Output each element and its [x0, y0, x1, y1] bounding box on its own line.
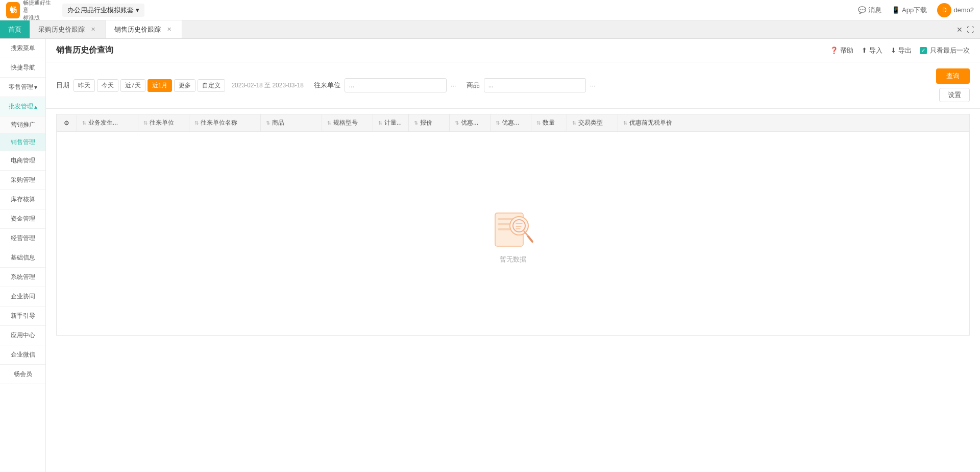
- close-all-icon[interactable]: ✕: [957, 26, 963, 34]
- sidebar-item-wholesale[interactable]: 批发管理 ▴: [0, 97, 45, 116]
- product-filter-label: 商品: [467, 81, 480, 90]
- user-menu-button[interactable]: D demo2: [937, 3, 974, 17]
- last-only-checkbox-area[interactable]: ✓ 只看最后一次: [920, 46, 970, 55]
- sidebar-item-retail[interactable]: 零售管理 ▾: [0, 78, 45, 97]
- sidebar-sub-wholesale: 营销推广 销售管理: [0, 116, 45, 151]
- close-tab1-icon[interactable]: ✕: [89, 25, 97, 34]
- sidebar-item-purchase[interactable]: 采购管理: [0, 171, 45, 190]
- svg-rect-3: [498, 228, 510, 230]
- page-title-bar: 销售历史价查询 ❓ 帮助 ⬆ 导入 ⬇ 导出 ✓ 只看最后一次: [46, 39, 980, 62]
- sidebar-item-marketing[interactable]: 营销推广: [0, 116, 45, 134]
- close-tab2-icon[interactable]: ✕: [165, 25, 174, 34]
- th-discount2-label: 优惠...: [502, 119, 519, 127]
- th-unit[interactable]: ⇅ 计量...: [373, 114, 409, 131]
- sidebar-item-enterprise[interactable]: 企业协同: [0, 287, 45, 306]
- date-buttons: 昨天 今天 近7天 近1月 更多 自定义: [74, 79, 225, 92]
- tab-sales-history[interactable]: 销售历史价跟踪 ✕: [106, 20, 182, 38]
- th-discount1-label: 优惠...: [461, 119, 478, 127]
- product-input[interactable]: [484, 78, 586, 92]
- sidebar-wechat-label: 企业微信: [11, 351, 35, 358]
- main-layout: 搜索菜单 快捷导航 零售管理 ▾ 批发管理 ▴ 营销推广 销售管理 电商管理 采…: [0, 39, 980, 472]
- th-settings[interactable]: ⚙: [57, 115, 77, 131]
- sidebar-item-inventory[interactable]: 库存核算: [0, 190, 45, 209]
- date-more[interactable]: 更多: [174, 79, 195, 92]
- avatar: D: [937, 3, 951, 17]
- query-button[interactable]: 查询: [936, 68, 970, 84]
- date-1month[interactable]: 近1月: [148, 79, 173, 92]
- app-selector[interactable]: 办公用品行业模拟账套 ▾: [62, 4, 144, 17]
- export-button[interactable]: ⬇ 导出: [891, 46, 912, 55]
- filter-action-buttons: 查询 设置: [936, 68, 970, 102]
- date-yesterday[interactable]: 昨天: [74, 79, 95, 92]
- sidebar-guide-label: 新手引导: [11, 312, 35, 319]
- sidebar-apps-label: 应用中心: [11, 332, 35, 339]
- th-spec[interactable]: ⇅ 规格型号: [322, 114, 373, 131]
- sidebar-item-ecommerce[interactable]: 电商管理: [0, 151, 45, 171]
- sidebar-basic-label: 基础信息: [11, 254, 35, 261]
- sidebar-item-basic[interactable]: 基础信息: [0, 248, 45, 268]
- sidebar-system-label: 系统管理: [11, 273, 35, 280]
- th-product[interactable]: ⇅ 商品: [261, 114, 322, 131]
- th-trade[interactable]: ⇅ 交易类型: [567, 114, 618, 131]
- sidebar-item-sales-mgmt[interactable]: 销售管理: [0, 134, 45, 151]
- th-qty[interactable]: ⇅ 数量: [531, 114, 567, 131]
- sidebar-item-wechat[interactable]: 企业微信: [0, 345, 45, 365]
- th-trade-label: 交易类型: [578, 119, 603, 127]
- th-tax-price[interactable]: ⇅ 优惠前无税单价: [618, 114, 969, 131]
- th-tax-price-label: 优惠前无税单价: [629, 119, 672, 127]
- th-date[interactable]: ⇅ 业务发生...: [77, 114, 138, 131]
- svg-line-7: [528, 237, 532, 242]
- unit-dots: ···: [451, 82, 456, 89]
- sidebar-item-search[interactable]: 搜索菜单: [0, 39, 45, 58]
- table-body: 暂无数据: [56, 131, 970, 336]
- checkbox-icon: ✓: [920, 47, 927, 54]
- sidebar-item-operations[interactable]: 经营管理: [0, 229, 45, 248]
- date-today[interactable]: 今天: [97, 79, 118, 92]
- sidebar-item-finance[interactable]: 资金管理: [0, 209, 45, 229]
- app-download-button[interactable]: 📱 App下载: [892, 6, 927, 15]
- th-discount2[interactable]: ⇅ 优惠...: [491, 114, 531, 131]
- table-area: ⚙ ⇅ 业务发生... ⇅ 往来单位 ⇅ 往来单位名称 ⇅ 商品: [46, 114, 980, 336]
- th-date-sort-icon: ⇅: [82, 120, 86, 126]
- sidebar-marketing-label: 营销推广: [11, 121, 35, 128]
- sidebar-search-label: 搜索菜单: [11, 44, 35, 52]
- help-button[interactable]: ❓ 帮助: [830, 46, 853, 55]
- checkbox-label: 只看最后一次: [930, 46, 970, 55]
- th-discount1[interactable]: ⇅ 优惠...: [450, 114, 491, 131]
- date-7days[interactable]: 近7天: [120, 79, 145, 92]
- date-custom[interactable]: 自定义: [198, 79, 225, 92]
- sidebar-item-guide[interactable]: 新手引导: [0, 306, 45, 326]
- header-right: 💬 消息 📱 App下载 D demo2: [858, 3, 974, 17]
- fullscreen-icon[interactable]: ⛶: [967, 26, 974, 34]
- product-filter-row: 商品 ···: [467, 78, 596, 92]
- sidebar-wholesale-label: 批发管理: [9, 102, 33, 111]
- th-discount2-sort-icon: ⇅: [496, 120, 500, 126]
- export-icon: ⬇: [891, 46, 896, 54]
- sidebar-enterprise-label: 企业协同: [11, 293, 35, 300]
- page-actions: ❓ 帮助 ⬆ 导入 ⬇ 导出 ✓ 只看最后一次: [830, 46, 970, 55]
- sidebar-ecommerce-label: 电商管理: [11, 157, 35, 164]
- th-price-sort-icon: ⇅: [414, 120, 418, 126]
- tab-home[interactable]: 首页: [0, 20, 30, 38]
- chevron-up-icon: ▴: [34, 103, 37, 110]
- sidebar-item-system[interactable]: 系统管理: [0, 268, 45, 287]
- sidebar-item-shortcut[interactable]: 快捷导航: [0, 58, 45, 78]
- th-unit-name[interactable]: ⇅ 往来单位名称: [189, 114, 261, 131]
- table-header: ⚙ ⇅ 业务发生... ⇅ 往来单位 ⇅ 往来单位名称 ⇅ 商品: [56, 114, 970, 131]
- th-product-sort-icon: ⇅: [266, 120, 270, 126]
- empty-illustration: [487, 203, 538, 249]
- import-button[interactable]: ⬆ 导入: [862, 46, 883, 55]
- th-price[interactable]: ⇅ 报价: [409, 114, 450, 131]
- settings-button[interactable]: 设置: [939, 88, 970, 102]
- chevron-down-icon: ▾: [34, 84, 37, 91]
- message-button[interactable]: 💬 消息: [858, 6, 881, 15]
- sidebar-item-apps[interactable]: 应用中心: [0, 326, 45, 345]
- content-area: 销售历史价查询 ❓ 帮助 ⬆ 导入 ⬇ 导出 ✓ 只看最后一次: [46, 39, 980, 472]
- th-unit-code[interactable]: ⇅ 往来单位: [138, 114, 189, 131]
- sidebar-item-member[interactable]: 畅会员: [0, 365, 45, 384]
- unit-input[interactable]: [345, 78, 447, 92]
- sidebar-sales-label: 销售管理: [11, 138, 35, 146]
- download-icon: 📱: [892, 6, 900, 14]
- tab-purchase-history[interactable]: 采购历史价跟踪 ✕: [30, 20, 106, 38]
- th-price-label: 报价: [420, 119, 432, 127]
